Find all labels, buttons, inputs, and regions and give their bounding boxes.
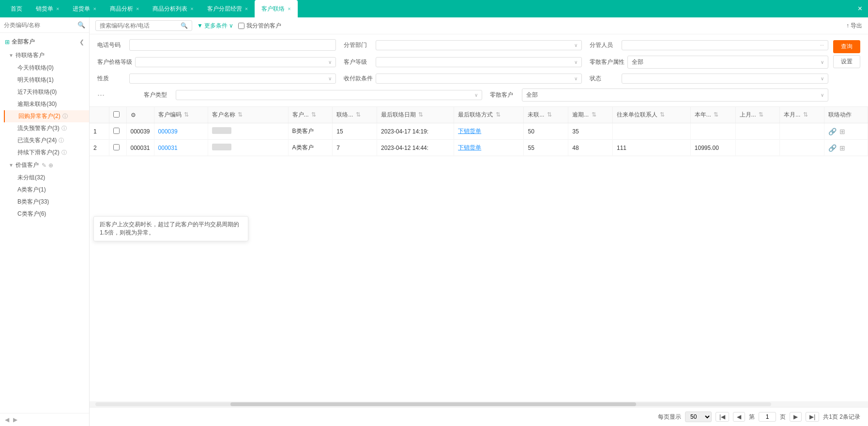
col-last-month[interactable]: 上月... ⇅: [735, 107, 780, 123]
col-code[interactable]: 客户编码 ⇅: [154, 107, 208, 123]
filter-field-customer-type: 客户类型 ∨: [144, 90, 482, 100]
collapse-icon[interactable]: ❮: [79, 39, 84, 45]
col-contact[interactable]: 联络... ⇅: [333, 107, 377, 123]
action-grid-icon-2[interactable]: ⊞: [839, 144, 845, 152]
page-number-input[interactable]: [759, 412, 776, 422]
query-button[interactable]: 查询: [833, 40, 860, 53]
sort-icon-company: ⇅: [660, 111, 665, 118]
window-close-button[interactable]: ×: [858, 4, 862, 13]
sort-icon-last-method: ⇅: [496, 111, 501, 118]
sidebar-item-repurchase-abnormal[interactable]: 回购异常客户(2) ⓘ: [4, 110, 89, 122]
col-overdue[interactable]: 逾期... ⇅: [568, 107, 613, 123]
select-all-checkbox[interactable]: [113, 111, 120, 118]
my-customers-checkbox[interactable]: [238, 23, 244, 29]
nav-item-sales[interactable]: 销货单 ×: [29, 0, 66, 17]
col-this-year[interactable]: 本年... ⇅: [690, 107, 735, 123]
filter-row-3: 性质 ∨ 收付款条件 ∨: [97, 73, 828, 84]
nav-item-customer-tier[interactable]: 客户分层经营 ×: [200, 0, 255, 17]
table-container[interactable]: ⚙ 客户编码 ⇅ 客户名称 ⇅ 客户...: [90, 107, 868, 401]
sidebar-item-class-a[interactable]: A类客户(1): [4, 184, 89, 196]
per-page-select[interactable]: 50 10 20 100: [685, 411, 712, 422]
col-settings[interactable]: ⚙: [126, 107, 154, 123]
cell-last-method-1[interactable]: 下销货单: [454, 123, 524, 140]
nav-item-analysis-list[interactable]: 商品分析列表 ×: [146, 0, 200, 17]
filter-more-button[interactable]: ▼ 更多条件 ∨: [197, 22, 233, 30]
nav-item-home[interactable]: 首页: [4, 0, 29, 17]
sidebar-search-input[interactable]: [4, 22, 77, 29]
nav-close-analysis[interactable]: ×: [136, 6, 139, 12]
col-uncontacted[interactable]: 未联... ⇅: [524, 107, 568, 123]
table-row: 1 000039 000039 B类客户 15 2023-04-17 1: [90, 123, 868, 140]
horizontal-scrollbar[interactable]: [90, 401, 868, 407]
sidebar-tree: ⊞ 全部客户 ❮ ▼ 待联络客户 今天待联络(0) 明天待联络(1) 近7天待联…: [0, 33, 89, 413]
scatter-customer-select[interactable]: 全部 ∨: [522, 88, 828, 102]
settings-button[interactable]: 设置: [833, 55, 860, 68]
edit-value-icon[interactable]: ✎: [42, 162, 46, 169]
row2-checkbox[interactable]: [113, 144, 120, 150]
cell-overdue-2: 48: [568, 140, 613, 156]
sidebar-nav-left[interactable]: ◀: [5, 416, 9, 423]
payment-select[interactable]: ∨: [376, 73, 582, 84]
nature-select[interactable]: ∨: [129, 73, 336, 84]
sidebar-item-overdue[interactable]: 逾期未联络(30): [4, 98, 89, 110]
sidebar-item-churn-warning[interactable]: 流失预警客户(3) ⓘ: [4, 122, 89, 134]
row1-checkbox[interactable]: [113, 128, 120, 134]
cell-index-2: 2: [90, 140, 109, 156]
filter-field-scatter-customer: 零散客户 全部 ∨: [490, 88, 828, 102]
col-type[interactable]: 客户... ⇅: [288, 107, 333, 123]
nav-close-purchase[interactable]: ×: [93, 6, 96, 12]
nav-close-customer-contact[interactable]: ×: [288, 6, 290, 12]
cell-code-1b[interactable]: 000039: [154, 123, 208, 140]
more-dots[interactable]: ···: [97, 90, 105, 100]
sidebar-nav-right[interactable]: ▶: [13, 416, 17, 423]
filter-search-input[interactable]: [100, 22, 181, 29]
dept-chevron-icon: ∨: [574, 43, 578, 48]
tree-group-value-header[interactable]: ▼ 价值客户 ✎ ⊕: [4, 159, 89, 172]
prev-page-button[interactable]: ◀: [733, 412, 745, 422]
last-page-button[interactable]: ▶|: [806, 412, 819, 422]
next-page-button[interactable]: ▶: [790, 412, 802, 422]
col-name[interactable]: 客户名称 ⇅: [208, 107, 288, 123]
status-select[interactable]: ∨: [622, 73, 828, 84]
customer-level-select[interactable]: ∨: [376, 57, 582, 67]
customer-type-select[interactable]: ∨: [176, 90, 482, 100]
nav-close-customer-tier[interactable]: ×: [245, 6, 248, 12]
manager-select[interactable]: ···: [622, 40, 828, 50]
add-value-icon[interactable]: ⊕: [48, 162, 53, 169]
phone-input[interactable]: [129, 39, 336, 51]
sidebar-item-declining[interactable]: 持续下滑客户(2) ⓘ: [4, 147, 89, 159]
scatter-attr-select[interactable]: 全部 ∨: [627, 56, 828, 69]
col-last-date[interactable]: 最后联络日期 ⇅: [377, 107, 454, 123]
sidebar-all-customers[interactable]: ⊞ 全部客户 ❮: [0, 35, 89, 49]
nav-close-analysis-list[interactable]: ×: [190, 6, 193, 12]
scrollbar-thumb: [230, 402, 636, 406]
table-settings-icon[interactable]: ⚙: [131, 112, 136, 118]
nav-close-sales[interactable]: ×: [56, 6, 59, 12]
dept-select[interactable]: ∨: [376, 40, 582, 50]
nav-item-purchase[interactable]: 进货单 ×: [66, 0, 103, 17]
sidebar-item-7days[interactable]: 近7天待联络(0): [4, 86, 89, 98]
col-company-contact[interactable]: 往来单位联系人 ⇅: [612, 107, 690, 123]
tree-group-pending-header[interactable]: ▼ 待联络客户: [4, 49, 89, 62]
first-page-button[interactable]: |◀: [716, 412, 729, 422]
col-this-month[interactable]: 本月... ⇅: [780, 107, 824, 123]
sidebar-item-unclassified[interactable]: 未分组(32): [4, 172, 89, 184]
cell-name-2: [208, 140, 288, 156]
sidebar-item-churned[interactable]: 已流失客户(24) ⓘ: [4, 134, 89, 147]
action-link-icon-1[interactable]: 🔗: [828, 128, 837, 135]
sort-icon-contact: ⇅: [356, 111, 361, 118]
sidebar-item-tomorrow[interactable]: 明天待联络(1): [4, 74, 89, 86]
action-link-icon-2[interactable]: 🔗: [828, 144, 837, 152]
sort-icon-last-date: ⇅: [418, 111, 423, 118]
col-last-method[interactable]: 最后联络方式 ⇅: [454, 107, 524, 123]
export-button[interactable]: ↑ 导出: [846, 22, 862, 30]
nav-item-customer-contact[interactable]: 客户联络 ×: [255, 0, 297, 17]
sidebar-item-class-c[interactable]: C类客户(6): [4, 208, 89, 220]
price-level-select[interactable]: ∨: [135, 57, 336, 67]
sidebar-item-class-b[interactable]: B类客户(33): [4, 196, 89, 208]
cell-last-method-2[interactable]: 下销货单: [454, 140, 524, 156]
sidebar-item-today[interactable]: 今天待联络(0): [4, 62, 89, 74]
nav-item-analysis[interactable]: 商品分析 ×: [103, 0, 146, 17]
cell-code-2b[interactable]: 000031: [154, 140, 208, 156]
action-grid-icon-1[interactable]: ⊞: [839, 128, 845, 135]
